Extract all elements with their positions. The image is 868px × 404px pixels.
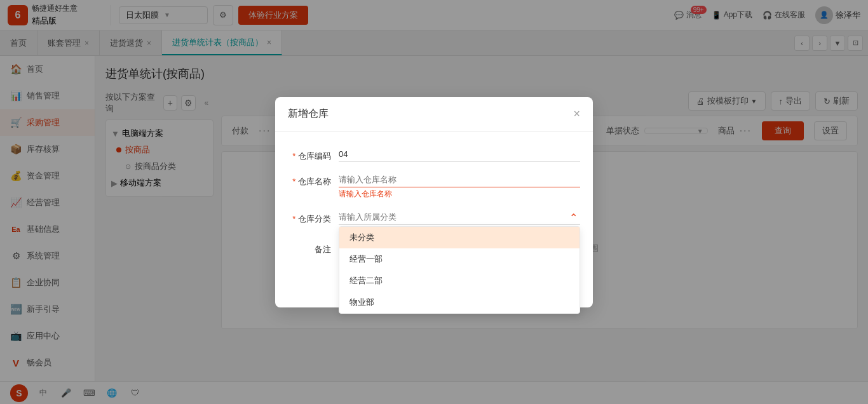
code-value-area — [339, 147, 580, 162]
new-warehouse-modal: 新增仓库 × * 仓库编码 * 仓库名称 — [275, 97, 593, 307]
form-row-category: * 仓库分类 ⌃ 未分类 经营一部 经营二部 物业部 — [288, 210, 580, 225]
category-input[interactable] — [339, 210, 580, 225]
dropdown-item-0[interactable]: 未分类 — [339, 227, 580, 248]
name-error-msg: 请输入仓库名称 — [339, 189, 580, 199]
dropdown-item-1[interactable]: 经营一部 — [339, 248, 580, 270]
name-input[interactable] — [339, 172, 580, 187]
name-label: * 仓库名称 — [288, 172, 339, 187]
modal-title: 新增仓库 — [288, 107, 329, 121]
modal-close-btn[interactable]: × — [573, 107, 580, 121]
modal-overlay[interactable]: 新增仓库 × * 仓库编码 * 仓库名称 — [0, 0, 868, 404]
modal-body: * 仓库编码 * 仓库名称 请输入仓库名称 — [275, 131, 593, 255]
code-input[interactable] — [339, 147, 580, 162]
dropdown-item-2[interactable]: 经营二部 — [339, 270, 580, 292]
form-row-code: * 仓库编码 — [288, 147, 580, 162]
category-dropdown: 未分类 经营一部 经营二部 物业部 — [339, 226, 580, 314]
code-label: * 仓库编码 — [288, 147, 339, 162]
modal-header: 新增仓库 × — [275, 97, 593, 131]
category-label: * 仓库分类 — [288, 210, 339, 225]
note-label: 备注 — [288, 240, 339, 255]
category-value-area: ⌃ 未分类 经营一部 经营二部 物业部 — [339, 210, 580, 225]
dropdown-item-3[interactable]: 物业部 — [339, 292, 580, 313]
name-value-area: 请输入仓库名称 — [339, 172, 580, 199]
form-row-name: * 仓库名称 请输入仓库名称 — [288, 172, 580, 199]
